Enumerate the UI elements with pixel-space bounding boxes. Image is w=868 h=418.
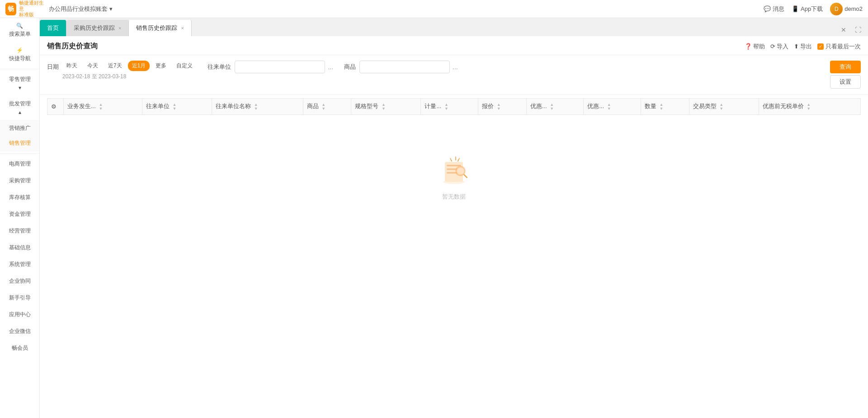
date-more[interactable]: 更多 — [151, 61, 170, 71]
sidebar-item-wholesale[interactable]: 批发管理 ▴ — [0, 95, 39, 120]
partner-input-group: ... — [235, 61, 333, 73]
app-download-button[interactable]: 📱 App下载 — [792, 5, 823, 13]
tab-close-sales[interactable]: × — [181, 25, 184, 31]
svg-point-6 — [457, 167, 464, 175]
account-dropdown[interactable]: 办公用品行业模拟账套 ▾ — [49, 5, 113, 13]
filter-goods-group: 商品 ... — [344, 61, 458, 73]
tab-home[interactable]: 首页 — [40, 20, 66, 36]
sidebar-divider-1 — [0, 69, 39, 69]
help-icon: ❓ — [745, 43, 752, 50]
date-filter-label: 日期 — [47, 61, 59, 73]
sort-icon-goods: ▲▼ — [321, 103, 326, 111]
sidebar-item-finance[interactable]: 资金管理 — [0, 206, 39, 223]
avatar: D — [830, 3, 843, 15]
sidebar-sub-item-marketing[interactable]: 营销推广 — [0, 121, 39, 136]
th-goods[interactable]: 商品 ▲▼ — [303, 99, 351, 115]
chevron-down-icon: ▾ — [109, 5, 113, 12]
help-link[interactable]: ❓ 帮助 — [745, 43, 765, 51]
sidebar-item-wechat[interactable]: 企业微信 — [0, 323, 39, 340]
empty-text: 暂无数据 — [442, 193, 466, 201]
logo-area: 畅 畅捷通好生意 标准版 — [5, 0, 45, 18]
search-icon: 🔍 — [16, 23, 23, 29]
th-discount2[interactable]: 优惠... ▲▼ — [584, 99, 641, 115]
tab-actions: ✕ ⛶ — [837, 24, 868, 36]
date-options: 昨天 今天 近7天 近1月 更多 自定义 2023-02-18 至 2023-0… — [62, 61, 197, 81]
filter-partner-group: 往来单位 ... — [208, 61, 333, 73]
sidebar-item-operation[interactable]: 经营管理 — [0, 223, 39, 239]
goods-dots: ... — [453, 63, 458, 71]
date-today[interactable]: 今天 — [83, 61, 102, 71]
partner-dots: ... — [328, 63, 333, 71]
th-unit[interactable]: 计量... ▲▼ — [421, 99, 478, 115]
nav-icon: ⚡ — [16, 47, 23, 53]
sort-icon-discount2: ▲▼ — [607, 103, 611, 111]
date-range-display: 2023-02-18 至 2023-03-18 — [62, 73, 197, 81]
sidebar-item-purchase[interactable]: 采购管理 — [0, 172, 39, 189]
partner-input[interactable] — [235, 61, 325, 73]
settings-button[interactable]: 设置 — [830, 75, 861, 89]
sidebar-item-system[interactable]: 系统管理 — [0, 256, 39, 273]
import-link[interactable]: ⟳ 导入 — [770, 43, 788, 51]
tab-close-all-button[interactable]: ✕ — [837, 24, 850, 36]
sidebar-item-collab[interactable]: 企业协同 — [0, 273, 39, 290]
message-button[interactable]: 💬 消息 — [764, 5, 784, 13]
sort-icon-partner: ▲▼ — [173, 103, 177, 111]
only-last-checkbox-label[interactable]: ✓ 只看最后一次 — [817, 43, 861, 51]
date-yesterday[interactable]: 昨天 — [62, 61, 81, 71]
only-last-checkbox[interactable]: ✓ — [817, 43, 824, 50]
tab-sales-history[interactable]: 销售历史价跟踪 × — [129, 20, 191, 36]
th-partner-code[interactable]: 往来单位 ▲▼ — [142, 99, 212, 115]
sidebar-divider-2 — [0, 153, 39, 154]
export-link[interactable]: ⬆ 导出 — [794, 43, 812, 51]
tab-maximize-button[interactable]: ⛶ — [852, 24, 864, 36]
sidebar-item-basic[interactable]: 基础信息 — [0, 239, 39, 256]
th-trade-type[interactable]: 交易类型 ▲▼ — [689, 99, 759, 115]
message-icon: 💬 — [764, 5, 771, 12]
main-layout: 🔍 搜索菜单 ⚡ 快捷导航 零售管理 ▾ 批发管理 ▴ 营销推广 销售管理 电商… — [0, 18, 868, 418]
export-icon: ⬆ — [794, 43, 799, 50]
th-spec[interactable]: 规格型号 ▲▼ — [351, 99, 421, 115]
tab-bar: 首页 采购历史价跟踪 × 销售历史价跟踪 × ✕ ⛶ — [40, 18, 868, 36]
th-partner-name[interactable]: 往来单位名称 ▲▼ — [212, 99, 303, 115]
sidebar-item-inventory[interactable]: 库存核算 — [0, 189, 39, 206]
sidebar-item-quicknav[interactable]: ⚡ 快捷导航 — [0, 43, 39, 67]
empty-state: 暂无数据 — [47, 115, 861, 237]
sidebar-item-apps[interactable]: 应用中心 — [0, 306, 39, 323]
query-button[interactable]: 查询 — [830, 61, 861, 73]
sort-icon-biz-date: ▲▼ — [99, 103, 103, 111]
th-pretax-price[interactable]: 优惠前无税单价 ▲▼ — [759, 99, 860, 115]
date-1month[interactable]: 近1月 — [128, 61, 150, 71]
page-header: 销售历史价查询 ❓ 帮助 ⟳ 导入 ⬆ 导出 — [40, 36, 868, 55]
tab-purchase-history[interactable]: 采购历史价跟踪 × — [66, 20, 129, 36]
th-discount1[interactable]: 优惠... ▲▼ — [526, 99, 584, 115]
th-price[interactable]: 报价 ▲▼ — [478, 99, 527, 115]
date-7days[interactable]: 近7天 — [104, 61, 126, 71]
tab-close-purchase[interactable]: × — [118, 25, 121, 31]
svg-rect-2 — [447, 165, 461, 166]
phone-icon: 📱 — [792, 5, 799, 12]
sidebar-item-retail[interactable]: 零售管理 ▾ — [0, 71, 39, 95]
svg-line-7 — [464, 175, 467, 177]
data-table: ⚙ 业务发生... ▲▼ 往来单位 ▲▼ 往来单位名称 — [47, 98, 861, 115]
goods-input[interactable] — [359, 61, 450, 73]
sidebar: 🔍 搜索菜单 ⚡ 快捷导航 零售管理 ▾ 批发管理 ▴ 营销推广 销售管理 电商… — [0, 18, 40, 418]
sort-icon-quantity: ▲▼ — [659, 103, 663, 111]
filter-actions: 查询 设置 — [830, 61, 861, 89]
th-biz-date[interactable]: 业务发生... ▲▼ — [64, 99, 142, 115]
sidebar-item-member[interactable]: 畅会员 — [0, 340, 39, 356]
date-custom[interactable]: 自定义 — [172, 61, 197, 71]
sidebar-item-ecommerce[interactable]: 电商管理 — [0, 156, 39, 172]
sort-icon-pretax: ▲▼ — [807, 103, 811, 111]
th-quantity[interactable]: 数量 ▲▼ — [641, 99, 689, 115]
sidebar-item-guide[interactable]: 新手引导 — [0, 290, 39, 306]
user-menu[interactable]: D demo2 — [830, 3, 863, 15]
sidebar-sub-item-sales[interactable]: 销售管理 — [0, 136, 39, 151]
maximize-icon: ⛶ — [855, 26, 861, 33]
table-header-row: ⚙ 业务发生... ▲▼ 往来单位 ▲▼ 往来单位名称 — [47, 99, 861, 115]
page-header-actions: ❓ 帮助 ⟳ 导入 ⬆ 导出 ✓ 只看最后一 — [745, 43, 861, 51]
chevron-up-icon-wholesale: ▴ — [19, 109, 21, 115]
sidebar-item-search[interactable]: 🔍 搜索菜单 — [0, 18, 39, 43]
th-settings[interactable]: ⚙ — [47, 99, 64, 115]
sort-icon-partner-name: ▲▼ — [254, 103, 258, 111]
svg-line-10 — [458, 158, 459, 161]
